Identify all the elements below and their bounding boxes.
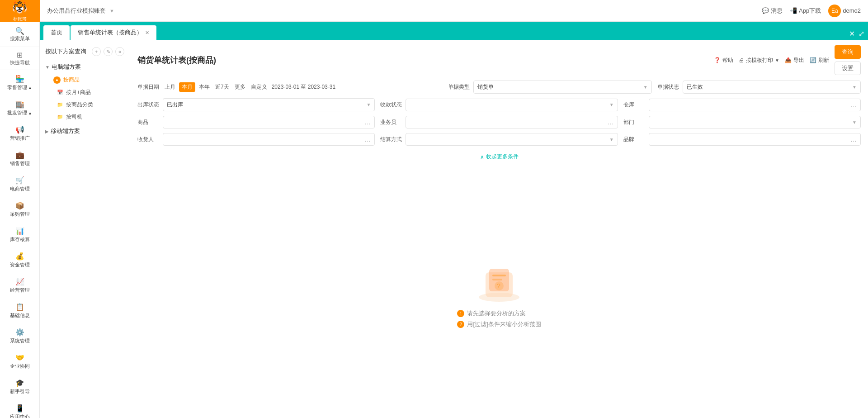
user-profile[interactable]: Ea demo2 bbox=[828, 5, 861, 17]
payment-arrow-icon: ▼ bbox=[609, 137, 614, 142]
filter-out-status: 出库状态 已出库 ▼ bbox=[137, 98, 375, 111]
date-tab-custom[interactable]: 自定义 bbox=[249, 82, 269, 92]
brand-select[interactable]: … bbox=[649, 133, 861, 146]
filter-row-2: 出库状态 已出库 ▼ 收款状态 ▼ 仓库 bbox=[137, 98, 861, 111]
setting-button[interactable]: 设置 bbox=[835, 62, 861, 75]
filter-title-bar: 销货单统计表(按商品) ❓ 帮助 🖨 按模板打印 ▼ bbox=[137, 45, 861, 75]
plan-item-by-cashier[interactable]: 📁 按司机 bbox=[40, 111, 130, 123]
plan-item-by-product[interactable]: ● 按商品 bbox=[40, 73, 130, 86]
purchase-icon: 📦 bbox=[15, 201, 24, 210]
filter-row-3: 商品 … 业务员 … 部门 bbox=[137, 116, 861, 128]
sidebar-item-retail[interactable]: 🏪 零售管理▲ bbox=[0, 70, 39, 95]
topbar: 办公用品行业模拟账套 ▼ 💬 消息 📲 App下载 Ea demo2 bbox=[40, 0, 868, 22]
tab-home-label: 首页 bbox=[51, 28, 62, 37]
date-tab-last-month[interactable]: 上月 bbox=[163, 82, 177, 92]
date-tabs: 上月 本月 本年 近7天 更多 自定义 bbox=[163, 82, 269, 92]
payment-method-select[interactable]: ▼ bbox=[406, 133, 618, 146]
tip-num-1: 1 bbox=[457, 310, 464, 317]
pc-group-label: 电脑端方案 bbox=[52, 63, 81, 71]
active-plan-icon: ● bbox=[53, 76, 61, 84]
tab-close-window-icon[interactable]: ✕ bbox=[849, 29, 855, 38]
tab-sales-report[interactable]: 销售单统计表（按商品） ✕ bbox=[71, 25, 156, 40]
empty-tip-1: 1 请先选择要分析的方案 bbox=[457, 309, 541, 318]
export-btn[interactable]: 📤 导出 bbox=[785, 57, 804, 64]
recipient-dots-icon: … bbox=[364, 136, 371, 143]
sidebar-item-enterprise[interactable]: 🤝 企业协同 bbox=[0, 349, 39, 374]
sidebar-item-marketing[interactable]: 📢 营销推广 bbox=[0, 121, 39, 146]
mobile-group-label: 移动端方案 bbox=[51, 127, 80, 135]
edit-plan-btn[interactable]: ✎ bbox=[104, 47, 113, 56]
empty-illustration: ? bbox=[472, 259, 526, 304]
plan-item-month-product-label: 按月+商品 bbox=[66, 89, 91, 96]
app-icon: 📲 bbox=[790, 7, 797, 14]
basic-icon: 📋 bbox=[15, 303, 24, 311]
sidebar-quick-nav[interactable]: ⊞ 快捷导航 bbox=[0, 47, 39, 70]
empty-tips: 1 请先选择要分析的方案 2 用[过滤]条件来缩小分析范围 bbox=[457, 309, 541, 328]
query-button[interactable]: 查询 bbox=[835, 45, 861, 59]
sidebar-item-sales[interactable]: 💼 销售管理 bbox=[0, 146, 39, 171]
tab-close-icon[interactable]: ✕ bbox=[145, 30, 149, 36]
export-label: 导出 bbox=[793, 57, 804, 64]
salesperson-select[interactable]: … bbox=[406, 116, 618, 128]
product-select[interactable]: … bbox=[163, 116, 375, 128]
doc-status-value: 已生效 bbox=[687, 83, 703, 91]
enterprise-label: 企业协同 bbox=[10, 363, 30, 370]
salesperson-label: 业务员 bbox=[380, 119, 403, 126]
date-tab-last-7[interactable]: 近7天 bbox=[213, 82, 231, 92]
out-status-label: 出库状态 bbox=[137, 101, 160, 109]
sidebar-item-system[interactable]: ⚙️ 系统管理 bbox=[0, 323, 39, 349]
plan-group-pc-title[interactable]: ▼ 电脑端方案 bbox=[40, 61, 130, 73]
wholesale-label: 批发管理▲ bbox=[7, 109, 32, 116]
finance-icon: 💰 bbox=[15, 252, 24, 261]
content: 按以下方案查询 + ✎ « ▼ 电脑端方案 ● 按商品 📅 按 bbox=[40, 40, 868, 418]
sub-plan-icon-1: 📅 bbox=[57, 90, 63, 95]
out-status-select[interactable]: 已出库 ▼ bbox=[163, 98, 375, 111]
out-status-value: 已出库 bbox=[167, 101, 183, 109]
message-btn[interactable]: 💬 消息 bbox=[762, 7, 783, 15]
tab-maximize-icon[interactable]: ⤢ bbox=[859, 29, 864, 38]
plan-group-mobile-title[interactable]: ▶ 移动端方案 bbox=[40, 125, 130, 138]
collapse-panel-btn[interactable]: « bbox=[115, 47, 124, 56]
help-btn[interactable]: ❓ 帮助 bbox=[714, 57, 733, 64]
app-download-btn[interactable]: 📲 App下载 bbox=[790, 7, 821, 15]
user-name: demo2 bbox=[843, 7, 861, 14]
plan-item-by-category[interactable]: 📁 按商品分类 bbox=[40, 99, 130, 111]
tabbar: 首页 销售单统计表（按商品） ✕ ✕ ⤢ bbox=[40, 22, 868, 40]
tip-text-2: 用[过滤]条件来缩小分析范围 bbox=[467, 320, 541, 328]
sidebar-search[interactable]: 🔍 搜索菜单 bbox=[0, 22, 39, 47]
message-label: 消息 bbox=[771, 7, 783, 15]
left-panel: 按以下方案查询 + ✎ « ▼ 电脑端方案 ● 按商品 📅 按 bbox=[40, 40, 130, 418]
sidebar-item-purchase[interactable]: 📦 采购管理 bbox=[0, 197, 39, 222]
plan-item-by-month-product[interactable]: 📅 按月+商品 bbox=[40, 86, 130, 99]
collapse-filters-btn[interactable]: ∧ 收起更多条件 bbox=[137, 150, 861, 163]
department-select[interactable]: ▼ bbox=[649, 116, 861, 128]
recipient-select[interactable]: … bbox=[163, 133, 375, 146]
avatar: Ea bbox=[828, 5, 841, 17]
empty-illustration-svg: ? bbox=[472, 259, 526, 304]
doc-status-select[interactable]: 已生效 ▼ bbox=[683, 81, 861, 94]
refresh-btn[interactable]: 🔄 刷新 bbox=[810, 57, 829, 64]
date-tab-this-month[interactable]: 本月 bbox=[179, 82, 195, 92]
sidebar-item-ecommerce[interactable]: 🛒 电商管理 bbox=[0, 171, 39, 197]
appstore-icon: 📱 bbox=[15, 404, 24, 413]
sidebar-item-operation[interactable]: 📈 经营管理 bbox=[0, 273, 39, 298]
sidebar-item-finance[interactable]: 💰 资金管理 bbox=[0, 247, 39, 273]
sidebar-item-guide[interactable]: 🎓 新手引导 bbox=[0, 374, 39, 399]
receipt-status-select[interactable]: ▼ bbox=[406, 99, 618, 111]
refresh-label: 刷新 bbox=[818, 57, 829, 64]
sidebar-item-wholesale[interactable]: 🏬 批发管理▲ bbox=[0, 95, 39, 121]
sidebar-item-inventory[interactable]: 📊 库存核算 bbox=[0, 222, 39, 247]
date-tab-more[interactable]: 更多 bbox=[233, 82, 247, 92]
warehouse-select[interactable]: … bbox=[649, 99, 861, 111]
doc-type-select[interactable]: 销货单 ▼ bbox=[473, 81, 651, 94]
sidebar-item-appstore[interactable]: 📱 应用中心 bbox=[0, 399, 39, 418]
date-tab-this-year[interactable]: 本年 bbox=[197, 82, 212, 92]
dropdown-arrow-icon: ▼ bbox=[109, 8, 114, 14]
print-icon: 🖨 bbox=[739, 57, 744, 63]
tab-home[interactable]: 首页 bbox=[43, 25, 70, 40]
add-plan-btn[interactable]: + bbox=[92, 47, 101, 56]
print-btn[interactable]: 🖨 按模板打印 ▼ bbox=[739, 57, 779, 64]
sidebar-item-basic[interactable]: 📋 基础信息 bbox=[0, 298, 39, 323]
left-panel-header: 按以下方案查询 + ✎ « bbox=[40, 44, 130, 59]
help-label: 帮助 bbox=[722, 57, 733, 64]
